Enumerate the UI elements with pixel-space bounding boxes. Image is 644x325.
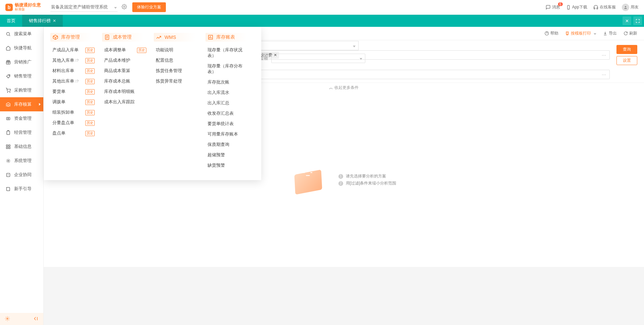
flyout-section-title: 库存账表	[216, 34, 235, 40]
more-icon[interactable]: ⋯	[602, 72, 607, 77]
menu-item[interactable]: 库存成本总账	[102, 76, 148, 87]
svg-point-3	[625, 6, 626, 7]
box-icon	[52, 34, 58, 40]
menu-item[interactable]: 其他入库单 ⃝?历史	[50, 55, 97, 66]
help-button[interactable]: 帮助	[545, 31, 558, 36]
sidebar-item-basedata[interactable]: 基础信息	[0, 140, 43, 154]
menu-item[interactable]: 功能说明	[154, 45, 200, 55]
sidebar-item-system[interactable]: 系统管理	[0, 154, 43, 168]
menu-item[interactable]: 拣货任务管理	[154, 66, 200, 76]
avatar-icon	[622, 4, 629, 11]
menu-item[interactable]: 产品成本维护	[102, 55, 148, 66]
sidebar-item-collab[interactable]: 企业协同	[0, 168, 43, 182]
chevron-down-icon	[352, 43, 356, 48]
svg-rect-24	[303, 172, 305, 173]
user-menu[interactable]: 用友	[622, 4, 639, 11]
sidebar: 搜索菜单 快捷导航 营销推广 销售管理 采购管理 库存核算 资金管理 经营管理 …	[0, 27, 44, 325]
chevron-down-icon	[113, 5, 117, 10]
partial-select-visible[interactable]	[261, 41, 359, 50]
app-download-button[interactable]: App下载	[566, 4, 587, 10]
menu-item[interactable]: 现存量（库存状况表）	[205, 45, 252, 61]
chevron-up-icon: ︽	[329, 85, 333, 90]
menu-item[interactable]: 出入库流水	[205, 88, 252, 98]
menu-item[interactable]: 收发存汇总表	[205, 108, 252, 119]
menu-item[interactable]: 库存批次账	[205, 77, 252, 88]
menu-item[interactable]: 超储预警	[205, 150, 252, 160]
sidebar-item-quicknav[interactable]: 快捷导航	[0, 41, 43, 55]
system-selector[interactable]: 装备及固定资产辅助管理系统	[50, 3, 118, 12]
help-hint-icon[interactable]: ⃝?	[74, 79, 79, 83]
online-service-button[interactable]: 在线客服	[593, 4, 616, 10]
sidebar-item-sales[interactable]: 销售管理	[0, 69, 43, 83]
svg-point-7	[9, 75, 9, 76]
menu-item[interactable]: 配置信息	[154, 55, 200, 66]
menu-item[interactable]: 其他出库单 ⃝?历史	[50, 76, 97, 87]
more-icon[interactable]: ⋯	[602, 53, 607, 58]
empty-illustration-icon	[291, 165, 328, 195]
menu-item[interactable]: 可用量库存账本	[205, 129, 252, 140]
menu-item[interactable]: 产成品入库单历史	[50, 45, 97, 55]
sidebar-item-search[interactable]: 搜索菜单	[0, 27, 43, 41]
staff-input[interactable]: ⋯	[255, 70, 610, 79]
menu-item-label: 保质期查询	[208, 142, 229, 148]
mobile-icon	[566, 5, 571, 10]
menu-item[interactable]: 出入库汇总	[205, 98, 252, 108]
brand-logo[interactable]: b 畅捷通好生意 标准版	[5, 3, 44, 12]
menu-item[interactable]: 盘点单历史	[50, 128, 97, 139]
history-badge[interactable]: 历史	[85, 48, 95, 53]
try-industry-button[interactable]: 体验行业方案	[132, 2, 166, 12]
history-badge[interactable]: 历史	[137, 48, 146, 53]
fullscreen-button[interactable]	[633, 16, 642, 25]
menu-item[interactable]: 组装拆卸单历史	[50, 107, 97, 118]
menu-item[interactable]: 缺货预警	[205, 160, 252, 171]
menu-item[interactable]: 拣货异常处理	[154, 76, 200, 87]
sidebar-item-operation[interactable]: 经营管理	[0, 125, 43, 140]
filter-settings-button[interactable]: 设置	[616, 56, 637, 65]
history-badge[interactable]: 历史	[85, 58, 95, 63]
menu-item[interactable]: 分量盘点单历史	[50, 118, 97, 128]
tab-sales-ranking[interactable]: 销售排行榜 ✕	[22, 15, 63, 27]
tab-close-all-button[interactable]: ✕	[623, 16, 631, 25]
history-badge[interactable]: 历史	[85, 110, 95, 115]
sidebar-item-guide[interactable]: 新手引导	[0, 182, 43, 196]
menu-item[interactable]: 现存量（库存分布表）	[205, 61, 252, 77]
settings-icon[interactable]	[5, 316, 10, 322]
history-badge[interactable]: 历史	[85, 79, 95, 84]
menu-item[interactable]: 调拨单历史	[50, 97, 97, 107]
query-button[interactable]: 查询	[616, 45, 637, 54]
help-hint-icon[interactable]: ⃝?	[74, 58, 79, 62]
export-button[interactable]: 导出	[603, 31, 617, 36]
history-badge[interactable]: 历史	[85, 131, 95, 136]
menu-item[interactable]: 保质期查询	[205, 140, 252, 150]
collapse-sidebar-icon[interactable]	[33, 316, 39, 322]
print-template-button[interactable]: 按模板打印	[565, 31, 596, 36]
menu-item[interactable]: 库存成本明细账	[102, 87, 148, 97]
tab-active-label: 销售排行榜	[29, 18, 51, 24]
close-icon[interactable]: ✕	[53, 18, 56, 23]
history-badge[interactable]: 历史	[85, 120, 95, 126]
messages-button[interactable]: 消息 6	[546, 4, 560, 10]
sidebar-item-label: 经营管理	[14, 129, 32, 136]
history-badge[interactable]: 历史	[85, 89, 95, 95]
menu-item[interactable]: 成本出入库跟踪	[102, 97, 148, 107]
history-badge[interactable]: 历史	[85, 100, 95, 105]
gear-icon[interactable]	[122, 4, 127, 10]
sidebar-item-finance[interactable]: 资金管理	[0, 111, 43, 125]
menu-item[interactable]: 商品成本重算	[102, 66, 148, 76]
history-badge[interactable]: 历史	[85, 68, 95, 74]
svg-point-9	[9, 92, 10, 92]
sidebar-item-marketing[interactable]: 营销推广	[0, 55, 43, 69]
tab-home[interactable]: 首页	[0, 15, 22, 27]
menu-item[interactable]: 成本调整单历史	[102, 45, 148, 55]
sidebar-item-purchase[interactable]: 采购管理	[0, 83, 43, 97]
menu-item[interactable]: 材料出库单历史	[50, 66, 97, 76]
menu-item[interactable]: 要货单统计表	[205, 119, 252, 129]
menu-item[interactable]: 要货单历史	[50, 87, 97, 97]
warehouse-icon	[5, 102, 11, 107]
empty-hint-1: 请先选择要分析的方案	[346, 173, 386, 179]
export-icon	[603, 31, 607, 36]
sidebar-item-inventory[interactable]: 库存核算	[0, 97, 43, 111]
refresh-button[interactable]: 刷新	[624, 31, 637, 36]
menu-item-label: 出入库流水	[208, 90, 229, 96]
amount-input-visible[interactable]	[271, 54, 365, 63]
